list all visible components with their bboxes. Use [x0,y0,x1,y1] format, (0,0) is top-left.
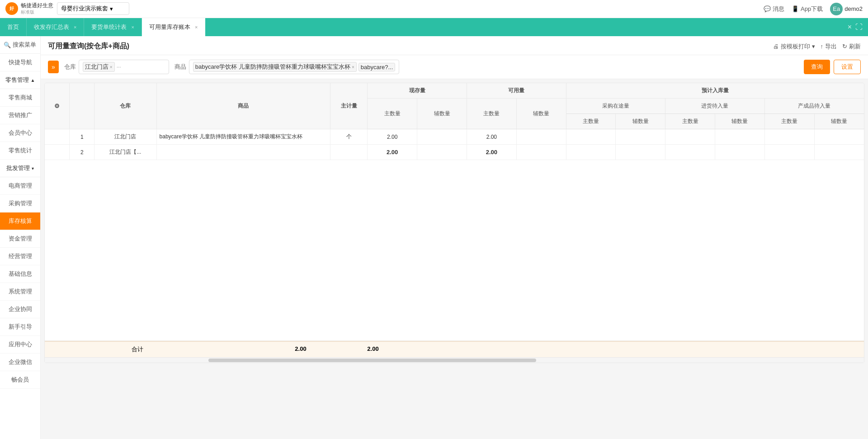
table-row: 2 江北门店【... 2.00 2.00 [45,145,864,160]
sidebar-quick-nav-label: 快捷导航 [9,59,32,66]
sidebar-item-newguide[interactable]: 新手引导 [0,318,40,336]
sidebar-item-retail-stats-label: 零售统计 [9,147,32,154]
warehouse-input[interactable]: 江北门店 × ··· [79,60,169,74]
chevron-down-icon: ▾ [110,5,113,12]
row1-unit: 个 [330,129,367,145]
tab-receive[interactable]: 收发存汇总表 × [27,18,84,36]
warehouse-filter: 仓库 江北门店 × ··· [64,60,169,74]
logo-area: 好 畅捷通好生意 标准版 [5,2,53,15]
row1-prod-main [764,129,814,145]
sidebar-item-vip-label: 畅会员 [11,376,29,383]
search-icon: 🔍 [4,42,11,48]
message-icon: 💬 [764,5,771,12]
chevron-down-icon: ▾ [32,166,34,171]
sidebar-item-system[interactable]: 系统管理 [0,283,40,301]
filter-expand-button[interactable]: » [48,61,59,73]
print-icon: 🖨 [773,43,779,50]
product-tag-1-text: babycare学饮杯 儿童防摔防撞吸管杯重力球吸嘴杯宝宝水杯 [195,63,350,71]
industry-selector[interactable]: 母婴行业演示账套 ▾ [57,2,129,15]
user-profile[interactable]: Ea demo2 [830,3,863,15]
th-prod-group: 产成品待入量 [764,99,864,114]
download-icon: 📱 [792,5,799,12]
sidebar-item-retail-stats[interactable]: 零售统计 [0,142,40,160]
table-row: 1 江北门店 babycare学饮杯 儿童防摔防撞吸管杯重力球吸嘴杯宝宝水杯 个… [45,129,864,145]
warehouse-tag-1-remove[interactable]: × [110,65,113,70]
tab-order[interactable]: 要货单统计表 × [84,18,142,36]
th-avail-group: 可用量 [467,83,566,99]
tab-home[interactable]: 首页 [0,18,27,36]
export-button[interactable]: ↑ 导出 [821,42,837,51]
tab-close-all[interactable]: × [848,23,852,31]
row2-warehouse: 江北门店【... [94,145,156,160]
tab-fullscreen[interactable]: ⛶ [855,23,863,31]
sidebar-item-enterprise[interactable]: 企业协同 [0,301,40,318]
setting-button[interactable]: 设置 [834,60,861,74]
sidebar-item-basic-label: 基础信息 [9,270,32,277]
sidebar-item-marketing[interactable]: 营销推广 [0,107,40,124]
row2-purchase-aux [616,145,665,160]
product-tag-1-remove[interactable]: × [352,65,354,70]
warehouse-tag-1-text: 江北门店 [85,63,108,71]
print-label: 按模板打印 [781,42,810,51]
sidebar-item-wholesale[interactable]: 批发管理 ▾ [0,160,40,177]
warehouse-label: 仓库 [64,63,76,71]
tab-receive-close[interactable]: × [74,24,76,30]
sidebar-item-operations[interactable]: 经营管理 [0,248,40,265]
th-incoming-group: 进货待入量 [665,99,765,114]
print-button[interactable]: 🖨 按模板打印 ▾ [773,42,815,51]
sidebar: 🔍 搜索菜单 快捷导航 零售管理 ▲ 零售商城 营销推广 会员中心 零售统计 批… [0,36,41,439]
sidebar-item-retail[interactable]: 零售管理 ▲ [0,71,40,89]
refresh-button[interactable]: ↻ 刷新 [842,42,861,51]
tab-available-close[interactable]: × [195,24,198,30]
sidebar-item-ecommerce[interactable]: 电商管理 [0,177,40,195]
th-unit: 主计量 [330,83,367,129]
download-button[interactable]: 📱 App下载 [792,5,823,13]
tab-bar-nav: 首页 收发存汇总表 × 要货单统计表 × 可用量库存账本 × [0,18,842,36]
th-purchase-aux: 辅数量 [616,114,665,129]
row1-avail-main: 2.00 [467,129,516,145]
product-input[interactable]: babycare学饮杯 儿童防摔防撞吸管杯重力球吸嘴杯宝宝水杯 × babyca… [189,60,399,74]
sidebar-quick-nav[interactable]: 快捷导航 [0,54,40,71]
sidebar-item-appcenter[interactable]: 应用中心 [0,336,40,354]
row2-stock-main: 2.00 [368,145,417,160]
scrollbar-thumb[interactable] [208,359,536,362]
sidebar-item-wechat[interactable]: 企业微信 [0,354,40,371]
sidebar-item-purchase[interactable]: 采购管理 [0,195,40,212]
sidebar-item-wechat-label: 企业微信 [9,359,32,365]
sidebar-item-basic[interactable]: 基础信息 [0,265,40,283]
row1-incoming-main [665,129,715,145]
sidebar-item-member-label: 会员中心 [9,129,32,136]
row2-avail-aux [516,145,566,160]
tab-order-close[interactable]: × [131,24,134,30]
tab-available[interactable]: 可用量库存账本 × [142,18,205,36]
sidebar-item-retail-mall[interactable]: 零售商城 [0,89,40,107]
settings-icon[interactable]: ⚙ [54,103,60,109]
message-button[interactable]: 💬 消息 [764,5,784,13]
footer-avail-main: 2.00 [355,345,391,354]
sidebar-item-operations-label: 经营管理 [9,253,32,260]
refresh-icon: ↻ [842,43,847,50]
sidebar-item-inventory[interactable]: 库存核算 [0,212,40,230]
row1-warehouse: 江北门店 [94,129,156,145]
tab-available-label: 可用量库存账本 [149,23,190,31]
horizontal-scrollbar[interactable] [45,357,864,363]
query-button[interactable]: 查询 [804,60,830,74]
th-stock-aux: 辅数量 [417,99,467,129]
th-purchase-main: 主数量 [566,114,616,129]
empty-space-row [45,160,864,341]
sidebar-search[interactable]: 🔍 搜索菜单 [0,36,40,54]
product-label: 商品 [175,63,186,71]
sidebar-item-vip[interactable]: 畅会员 [0,371,40,389]
sidebar-item-member[interactable]: 会员中心 [0,124,40,142]
row2-product [156,145,330,160]
row1-stock-main: 2.00 [368,129,417,145]
sidebar-item-marketing-label: 营销推广 [9,112,32,118]
row2-prod-aux [814,145,864,160]
row1-product: babycare学饮杯 儿童防摔防撞吸管杯重力球吸嘴杯宝宝水杯 [156,129,330,145]
sidebar-item-finance[interactable]: 资金管理 [0,230,40,248]
sidebar-search-label: 搜索菜单 [13,41,36,49]
row1-checkbox[interactable] [45,129,70,145]
row2-checkbox[interactable] [45,145,70,160]
th-incoming-aux: 辅数量 [715,114,764,129]
th-warehouse: 仓库 [94,83,156,129]
